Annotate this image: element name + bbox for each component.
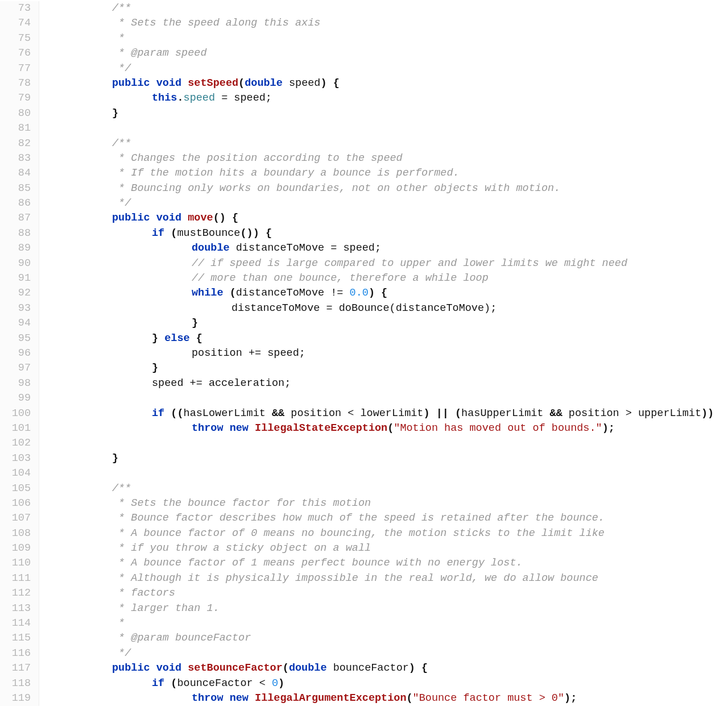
code-line: * bbox=[72, 31, 714, 46]
code-line: /** bbox=[72, 136, 714, 151]
line-number-gutter: 7374757677787980818283848586878889909192… bbox=[0, 1, 39, 706]
line-number: 93 bbox=[0, 301, 31, 316]
code-line: * larger than 1. bbox=[72, 601, 714, 616]
code-line: * @param speed bbox=[72, 46, 714, 61]
code-line: this.speed = speed; bbox=[72, 91, 714, 106]
line-number: 108 bbox=[0, 526, 31, 541]
line-number: 97 bbox=[0, 361, 31, 376]
code-line: * bbox=[72, 616, 714, 631]
code-line: while (distanceToMove != 0.0) { bbox=[72, 286, 714, 301]
line-number: 81 bbox=[0, 121, 31, 136]
code-line: public void setBounceFactor(double bounc… bbox=[72, 661, 714, 676]
code-line: } bbox=[72, 361, 714, 376]
line-number: 86 bbox=[0, 196, 31, 211]
line-number: 111 bbox=[0, 571, 31, 586]
code-line: distanceToMove = doBounce(distanceToMove… bbox=[72, 301, 714, 316]
line-number: 112 bbox=[0, 586, 31, 601]
line-number: 90 bbox=[0, 256, 31, 271]
code-line: public void move() { bbox=[72, 211, 714, 226]
line-number: 88 bbox=[0, 226, 31, 241]
code-line bbox=[72, 466, 714, 481]
line-number: 104 bbox=[0, 466, 31, 481]
line-number: 89 bbox=[0, 241, 31, 256]
line-number: 73 bbox=[0, 1, 31, 16]
code-line: */ bbox=[72, 646, 714, 661]
line-number: 80 bbox=[0, 106, 31, 121]
code-line: * Sets the speed along this axis bbox=[72, 16, 714, 31]
line-number: 91 bbox=[0, 271, 31, 286]
code-line: if (mustBounce()) { bbox=[72, 226, 714, 241]
line-number: 95 bbox=[0, 331, 31, 346]
code-line: } bbox=[72, 106, 714, 121]
line-number: 115 bbox=[0, 631, 31, 646]
line-number: 99 bbox=[0, 391, 31, 406]
code-line: } bbox=[72, 316, 714, 331]
code-line: if (bounceFactor < 0) bbox=[72, 676, 714, 691]
code-line: * @param bounceFactor bbox=[72, 631, 714, 646]
line-number: 117 bbox=[0, 661, 31, 676]
line-number: 76 bbox=[0, 46, 31, 61]
line-number: 84 bbox=[0, 166, 31, 181]
code-line: * A bounce factor of 1 means perfect bou… bbox=[72, 556, 714, 571]
line-number: 74 bbox=[0, 16, 31, 31]
line-number: 102 bbox=[0, 436, 31, 451]
code-line bbox=[72, 121, 714, 136]
code-line: * Bounce factor describes how much of th… bbox=[72, 511, 714, 526]
code-line: speed += acceleration; bbox=[72, 376, 714, 391]
line-number: 78 bbox=[0, 76, 31, 91]
code-line: * Sets the bounce factor for this motion bbox=[72, 496, 714, 511]
line-number: 82 bbox=[0, 136, 31, 151]
line-number: 79 bbox=[0, 91, 31, 106]
line-number: 83 bbox=[0, 151, 31, 166]
code-line: position += speed; bbox=[72, 346, 714, 361]
line-number: 85 bbox=[0, 181, 31, 196]
code-line: // if speed is large compared to upper a… bbox=[72, 256, 714, 271]
code-line: } else { bbox=[72, 331, 714, 346]
line-number: 116 bbox=[0, 646, 31, 661]
code-line: */ bbox=[72, 61, 714, 76]
code-line: * Bouncing only works on boundaries, not… bbox=[72, 181, 714, 196]
code-editor: 7374757677787980818283848586878889909192… bbox=[0, 0, 728, 712]
line-number: 100 bbox=[0, 406, 31, 421]
line-number: 110 bbox=[0, 556, 31, 571]
line-number: 77 bbox=[0, 61, 31, 76]
code-line: * Although it is physically impossible i… bbox=[72, 571, 714, 586]
code-area[interactable]: /** * Sets the speed along this axis * *… bbox=[39, 1, 714, 706]
code-line: * A bounce factor of 0 means no bouncing… bbox=[72, 526, 714, 541]
code-line: * factors bbox=[72, 586, 714, 601]
code-line: throw new IllegalArgumentException("Boun… bbox=[72, 691, 714, 706]
line-number: 92 bbox=[0, 286, 31, 301]
code-line: throw new IllegalStateException("Motion … bbox=[72, 421, 714, 436]
line-number: 87 bbox=[0, 211, 31, 226]
line-number: 103 bbox=[0, 451, 31, 466]
code-line: * If the motion hits a boundary a bounce… bbox=[72, 166, 714, 181]
line-number: 119 bbox=[0, 691, 31, 706]
code-line: } bbox=[72, 451, 714, 466]
line-number: 75 bbox=[0, 31, 31, 46]
code-line: double distanceToMove = speed; bbox=[72, 241, 714, 256]
code-line: * if you throw a sticky object on a wall bbox=[72, 541, 714, 556]
line-number: 94 bbox=[0, 316, 31, 331]
line-number: 106 bbox=[0, 496, 31, 511]
line-number: 107 bbox=[0, 511, 31, 526]
code-line: /** bbox=[72, 481, 714, 496]
code-line: if ((hasLowerLimit && position < lowerLi… bbox=[72, 406, 714, 421]
line-number: 114 bbox=[0, 616, 31, 631]
line-number: 96 bbox=[0, 346, 31, 361]
code-line: */ bbox=[72, 196, 714, 211]
code-line bbox=[72, 436, 714, 451]
code-line: /** bbox=[72, 1, 714, 16]
code-line: * Changes the position according to the … bbox=[72, 151, 714, 166]
line-number: 105 bbox=[0, 481, 31, 496]
line-number: 109 bbox=[0, 541, 31, 556]
code-line: // more than one bounce, therefore a whi… bbox=[72, 271, 714, 286]
line-number: 101 bbox=[0, 421, 31, 436]
code-line bbox=[72, 391, 714, 406]
line-number: 98 bbox=[0, 376, 31, 391]
code-line: public void setSpeed(double speed) { bbox=[72, 76, 714, 91]
line-number: 113 bbox=[0, 601, 31, 616]
line-number: 118 bbox=[0, 676, 31, 691]
